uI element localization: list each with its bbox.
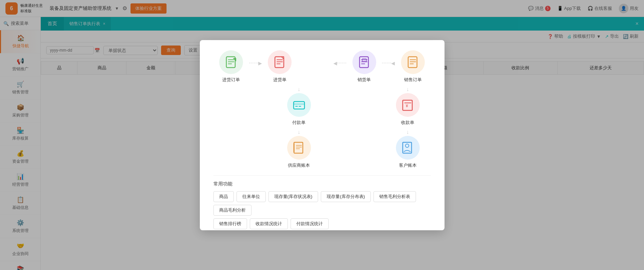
flow-col-supplier: ↓ 供应商账本: [276, 129, 322, 168]
btn-stock-dist[interactable]: 现存量(库存分布表): [321, 191, 371, 202]
common-functions-section: 常用功能 商品 往来单位 现存量(库存状况表) 现存量(库存分布表) 销售毛利分…: [213, 175, 431, 229]
down-arrow-payment: ↓: [298, 86, 300, 93]
btn-product[interactable]: 商品: [213, 191, 234, 202]
flow-row-2: ↓ 供应商账本 ↓: [213, 129, 431, 168]
svg-rect-19: [294, 103, 304, 105]
payment-label: 付款单: [292, 120, 306, 126]
flow-node-customer-ledger[interactable]: 客户账本: [396, 136, 420, 168]
flow-node-receipt[interactable]: ¥ 收款单: [396, 93, 420, 126]
purchase-bill-circle: [268, 50, 292, 74]
btn-sales-margin[interactable]: 销售毛利分析表: [373, 191, 416, 202]
btn-counterparty[interactable]: 往来单位: [237, 191, 266, 202]
flow-arrow-right-0: ▶: [249, 60, 262, 73]
purchase-bill-label: 进货单: [273, 77, 286, 83]
btn-stock-status[interactable]: 现存量(库存状况表): [268, 191, 318, 202]
sales-order-circle: [401, 50, 425, 74]
flow-arrow-left-0: ◀: [333, 60, 346, 73]
btn-sales-ranking[interactable]: 销售排行榜: [213, 218, 247, 229]
modal-body: 进货订单 ▶ 进货单: [200, 40, 445, 230]
sales-order-label: 销售订单: [404, 77, 422, 83]
common-btns-row1: 商品 往来单位 现存量(库存状况表) 现存量(库存分布表) 销售毛利分析表 商品…: [213, 191, 431, 216]
svg-rect-18: [294, 102, 304, 109]
payment-circle: [287, 93, 311, 117]
btn-payment-stats[interactable]: 付款情况统计: [291, 218, 329, 229]
supplier-ledger-label: 供应商账本: [288, 162, 310, 168]
flow-arrow-right-1: ◀: [382, 60, 395, 73]
purchase-order-circle: [219, 50, 243, 74]
sales-bill-circle: [352, 50, 376, 74]
flow-row-1: ↓ 付款单 ↓: [213, 86, 431, 126]
quick-nav-modal: 进货订单 ▶ 进货单: [200, 40, 445, 230]
down-arrow-receipt: ↓: [406, 86, 409, 93]
purchase-order-label: 进货订单: [222, 77, 240, 83]
customer-ledger-circle: [396, 136, 420, 160]
supplier-ledger-circle: [287, 136, 311, 160]
modal-overlay: 进货订单 ▶ 进货单: [41, 17, 644, 270]
btn-receipt-stats[interactable]: 收款情况统计: [250, 218, 288, 229]
flow-col-receipt: ↓ ¥ 收款单: [385, 86, 431, 126]
main-layout: 🔍 搜索菜单 🏠 快捷导航 📢 营销推广 🛒 销售管理 📦 采购管理 🏪 库存核…: [0, 17, 644, 270]
receipt-circle: ¥: [396, 93, 420, 117]
svg-point-31: [405, 144, 409, 147]
common-functions-title: 常用功能: [213, 181, 431, 187]
sales-bill-label: 销货单: [358, 77, 371, 83]
flow-col-payment: ↓ 付款单: [276, 86, 322, 126]
svg-rect-26: [293, 143, 295, 152]
customer-ledger-label: 客户账本: [399, 162, 417, 168]
receipt-label: 收款单: [401, 120, 414, 126]
flow-node-purchase-order[interactable]: 进货订单: [213, 50, 249, 83]
btn-product-margin[interactable]: 商品毛利分析: [213, 205, 251, 216]
svg-text:¥: ¥: [405, 104, 408, 108]
flow-node-sales-bill[interactable]: 销货单: [346, 50, 382, 83]
svg-rect-25: [294, 142, 303, 153]
flow-node-supplier-ledger[interactable]: 供应商账本: [287, 136, 311, 168]
flow-node-payment[interactable]: 付款单: [287, 93, 311, 126]
flow-node-sales-order[interactable]: 销售订单: [395, 50, 431, 83]
flow-col-customer: ↓ 客户账本: [385, 129, 431, 168]
content-area: 首页 销售订单执行表 × × ❓ 帮助 🖨 按模板打印 ▼: [41, 17, 644, 270]
flow-node-purchase-bill[interactable]: 进货单: [262, 50, 298, 83]
flow-row-0: 进货订单 ▶ 进货单: [213, 50, 431, 83]
common-btns-row2: 销售排行榜 收款情况统计 付款情况统计: [213, 218, 431, 229]
